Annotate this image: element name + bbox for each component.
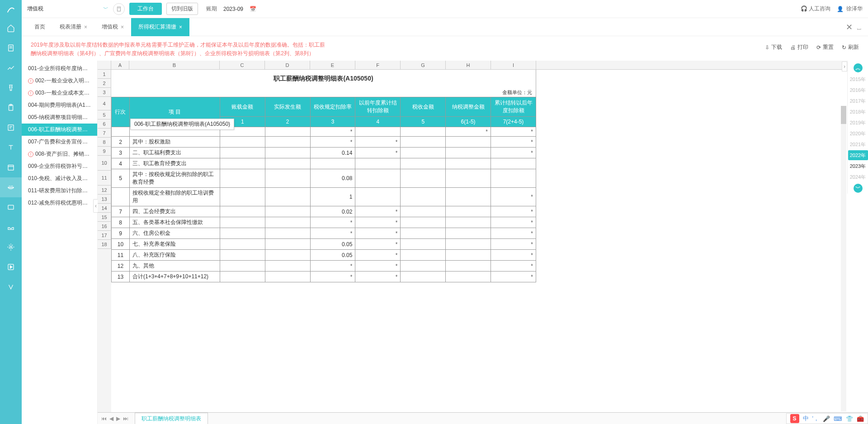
data-cell[interactable]: * — [491, 250, 536, 261]
year-up-icon[interactable]: ︽ — [854, 63, 863, 72]
year-2020年[interactable]: 2020年 — [848, 129, 868, 138]
data-cell[interactable]: * — [355, 217, 401, 228]
nav-inbox-icon[interactable] — [0, 217, 22, 237]
col-header-H[interactable]: H — [446, 61, 491, 69]
year-2019年[interactable]: 2019年 — [848, 118, 868, 128]
data-cell[interactable] — [401, 250, 446, 261]
data-cell[interactable] — [446, 250, 491, 261]
row-header-14[interactable]: 14 — [98, 204, 111, 213]
data-cell[interactable] — [401, 148, 446, 158]
data-cell[interactable] — [401, 137, 446, 148]
data-cell[interactable] — [446, 188, 491, 206]
data-cell[interactable]: * — [491, 137, 536, 148]
col-header-B[interactable]: B — [129, 61, 220, 69]
nav-text-icon[interactable] — [0, 138, 22, 157]
data-cell[interactable] — [401, 228, 446, 239]
row-header-11[interactable]: 11 — [98, 171, 111, 186]
report-item-008[interactable]: !008-资产折旧、摊销及纳税... — [22, 148, 97, 160]
data-cell[interactable] — [446, 272, 491, 282]
row-header-9[interactable]: 9 — [98, 147, 111, 156]
data-cell[interactable] — [401, 239, 446, 250]
nav-play-icon[interactable] — [0, 257, 22, 277]
data-cell[interactable]: * — [355, 228, 401, 239]
data-cell[interactable] — [265, 169, 310, 188]
data-cell[interactable] — [220, 169, 265, 188]
row-header-5[interactable]: 5 — [98, 110, 111, 119]
report-item-010[interactable]: 010-免税、减计收入及加计... — [22, 172, 97, 185]
data-cell[interactable] — [265, 137, 310, 148]
expand-year-rail-icon[interactable]: › — [842, 62, 847, 71]
year-2022年[interactable]: 2022年 — [848, 150, 868, 160]
data-cell[interactable]: * — [355, 261, 401, 272]
calendar-icon[interactable]: 📅 — [250, 6, 256, 12]
data-cell[interactable] — [220, 148, 265, 158]
data-cell[interactable]: * — [310, 137, 355, 148]
nav-calendar-icon[interactable] — [0, 157, 22, 177]
year-2024年[interactable]: 2024年 — [848, 172, 868, 182]
sheet-next-icon[interactable]: ▶ — [116, 415, 120, 422]
data-cell[interactable]: * — [355, 148, 401, 158]
data-cell[interactable]: * — [491, 127, 536, 137]
data-cell[interactable]: * — [491, 217, 536, 228]
data-cell[interactable] — [310, 158, 355, 169]
ime-punct-icon[interactable]: '， — [812, 414, 819, 423]
data-cell[interactable]: * — [355, 272, 401, 282]
report-item-001[interactable]: 001-企业所得税年度纳税申... — [22, 62, 97, 75]
data-cell[interactable] — [265, 188, 310, 206]
data-cell[interactable] — [265, 261, 310, 272]
tab-1[interactable]: 税表清册× — [52, 18, 94, 36]
data-cell[interactable] — [265, 239, 310, 250]
data-cell[interactable]: * — [355, 239, 401, 250]
data-cell[interactable] — [265, 127, 310, 137]
data-cell[interactable]: * — [491, 261, 536, 272]
col-header-G[interactable]: G — [401, 61, 446, 69]
report-item-006[interactable]: 006-职工薪酬纳税调整明细... — [22, 124, 97, 136]
ime-mode[interactable]: 中 — [803, 414, 809, 423]
tab-0[interactable]: 首页 — [27, 18, 52, 36]
col-header-I[interactable]: I — [491, 61, 536, 69]
data-cell[interactable] — [265, 148, 310, 158]
data-cell[interactable]: * — [310, 261, 355, 272]
data-cell[interactable] — [265, 250, 310, 261]
report-item-005[interactable]: 005-纳税调整项目明细表(A1... — [22, 111, 97, 124]
tab-3[interactable]: 所得税汇算清缴× — [131, 18, 189, 36]
data-cell[interactable]: * — [491, 272, 536, 282]
report-item-002[interactable]: !002-一般企业收入明细表(A... — [22, 75, 97, 87]
year-2015年[interactable]: 2015年 — [848, 74, 868, 84]
data-cell[interactable] — [220, 188, 265, 206]
data-cell[interactable]: 0.02 — [310, 206, 355, 217]
data-cell[interactable] — [265, 158, 310, 169]
data-cell[interactable] — [446, 217, 491, 228]
data-cell[interactable] — [401, 217, 446, 228]
tab-close-icon[interactable]: × — [179, 24, 182, 30]
ime-toolbox-icon[interactable]: 🧰 — [857, 415, 864, 422]
row-header-17[interactable]: 17 — [98, 231, 111, 240]
switch-old-button[interactable]: 切到旧版 — [166, 3, 198, 15]
print-button[interactable]: 🖨 打印 — [790, 43, 808, 51]
period-value[interactable]: 2023-09 — [223, 6, 243, 12]
sheet-first-icon[interactable]: ⏮ — [101, 415, 107, 422]
data-cell[interactable] — [491, 158, 536, 169]
row-header-15[interactable]: 15 — [98, 213, 111, 222]
data-cell[interactable] — [355, 169, 401, 188]
data-cell[interactable] — [265, 272, 310, 282]
tax-type-select[interactable]: 增值税 ﹀ — [27, 5, 108, 13]
data-cell[interactable]: 1 — [310, 188, 355, 206]
row-header-18[interactable]: 18 — [98, 240, 111, 249]
data-cell[interactable] — [446, 148, 491, 158]
data-cell[interactable] — [220, 137, 265, 148]
year-2016年[interactable]: 2016年 — [848, 85, 868, 95]
year-2021年[interactable]: 2021年 — [848, 139, 868, 149]
row-header-6[interactable]: 6 — [98, 119, 111, 129]
data-cell[interactable] — [220, 239, 265, 250]
nav-card-icon[interactable] — [0, 197, 22, 217]
data-cell[interactable]: 0.05 — [310, 239, 355, 250]
data-cell[interactable] — [446, 239, 491, 250]
row-header-16[interactable]: 16 — [98, 222, 111, 231]
data-cell[interactable] — [446, 206, 491, 217]
year-2018年[interactable]: 2018年 — [848, 107, 868, 117]
data-cell[interactable] — [220, 217, 265, 228]
data-cell[interactable] — [220, 206, 265, 217]
data-cell[interactable] — [220, 272, 265, 282]
data-cell[interactable]: * — [355, 137, 401, 148]
